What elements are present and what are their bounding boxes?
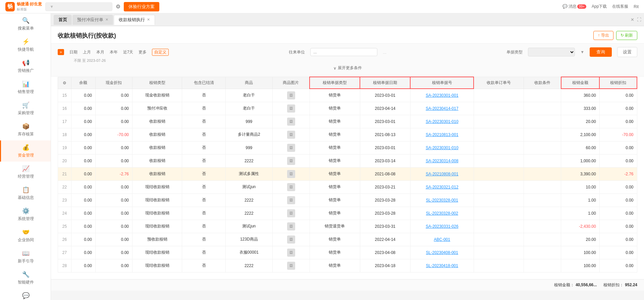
sidebar-item-label: 快捷导航 xyxy=(18,47,34,52)
cell-verify-bill-no[interactable]: SL-20230408-001 xyxy=(410,246,474,259)
tab-verify[interactable]: 收款核销执行 ✕ xyxy=(114,15,155,25)
cell-product-image: 🖼 xyxy=(272,233,310,246)
data-table: ⚙ 余额 现金折扣 核销类型 包含已结清 商品 商品图片 核销单据类型 核销单据… xyxy=(58,77,637,272)
cell-receipt-condition xyxy=(524,207,561,220)
sidebar-item-enterprise[interactable]: 🤝 企业协同 xyxy=(0,225,51,246)
tab-close-all-icon[interactable]: ✕ xyxy=(631,17,634,22)
cell-verify-bill-no[interactable]: SA-20230314-008 xyxy=(410,154,474,167)
sidebar-item-sales[interactable]: 📊 销售管理 xyxy=(0,77,51,98)
cell-receipt-order xyxy=(474,220,524,233)
cell-verify-bill-no[interactable]: SL-20230328-002 xyxy=(410,207,474,220)
cell-verify-bill-type: 销货单 xyxy=(310,246,360,259)
col-settings[interactable]: ⚙ xyxy=(58,77,71,89)
date-this-year[interactable]: 本年 xyxy=(110,49,118,55)
cell-no: 19 xyxy=(58,141,71,154)
sidebar-item-hardware[interactable]: 🔧 智能硬件 xyxy=(0,267,51,289)
cell-verify-bill-no[interactable]: SA-20230301-010 xyxy=(410,115,474,128)
cell-verify-amount: 100.00 xyxy=(561,259,600,272)
cell-verify-amount: 1,000.00 xyxy=(561,154,600,167)
footer-verify-amount: 核销金额： 40,556,66... xyxy=(554,282,597,288)
cell-verify-bill-date: 2023-03-28 xyxy=(360,207,410,220)
tab-maximize-icon[interactable]: ⛶ xyxy=(637,17,641,22)
expand-arrow[interactable]: » xyxy=(58,49,64,55)
table-row: 21 0.00 -2.76 收款核销 否 测试多属性 🖼 销货单 2021-08… xyxy=(58,167,637,180)
cell-verify-bill-no[interactable]: SA-20230331-026 xyxy=(410,220,474,233)
sidebar-item-guide[interactable]: 📖 新手引导 xyxy=(0,246,51,267)
cell-verify-bill-no[interactable]: SA-20210808-001 xyxy=(410,167,474,180)
cell-include-settled: 否 xyxy=(182,207,225,220)
tab-home[interactable]: 首页 xyxy=(54,15,72,25)
filter-row-1: » 日期 上月 本月 本年 近7天 更多 自定义 往来单位 ... 单据类型 xyxy=(58,47,637,57)
table-header: ⚙ 余额 现金折扣 核销类型 包含已结清 商品 商品图片 核销单据类型 核销单据… xyxy=(58,77,637,89)
expand-more-button[interactable]: ∨ 展开更多条件 xyxy=(333,65,362,71)
online-service[interactable]: 在线客服 xyxy=(612,4,628,9)
col-cash-discount: 现金折扣 xyxy=(95,77,132,89)
sidebar-item-purchase[interactable]: 🛒 采购管理 xyxy=(0,98,51,119)
date-last-month[interactable]: 上月 xyxy=(83,49,91,55)
cell-verify-bill-no[interactable]: SL-20230328-001 xyxy=(410,194,474,207)
sidebar-item-finance[interactable]: 💰 资金管理 xyxy=(0,140,51,162)
sidebar-item-inventory[interactable]: 📦 库存核算 xyxy=(0,119,51,140)
cell-receipt-condition xyxy=(524,259,561,272)
cell-verify-type: 收款核销 xyxy=(132,115,182,128)
cell-receipt-order xyxy=(474,128,524,141)
tab-prepayment-close[interactable]: ✕ xyxy=(105,17,108,22)
cell-verify-bill-no[interactable]: SA-20210813-001 xyxy=(410,128,474,141)
cell-verify-bill-no[interactable]: ABC-001 xyxy=(410,233,474,246)
sidebar-item-marketing[interactable]: 📢 营销推广 xyxy=(0,56,51,77)
cell-product-image: 🖼 xyxy=(272,246,310,259)
sidebar-item-quick-nav[interactable]: ⚡ 快捷导航 xyxy=(0,35,51,56)
app-download[interactable]: App下载 xyxy=(592,4,607,9)
export-button[interactable]: ↑ 导出 xyxy=(593,31,613,40)
tab-verify-close[interactable]: ✕ xyxy=(147,17,150,22)
cell-verify-bill-no[interactable]: SL-20230418-001 xyxy=(410,259,474,272)
partner-input[interactable] xyxy=(310,48,377,56)
cell-receipt-order xyxy=(474,259,524,272)
refresh-button[interactable]: ↻ 刷新 xyxy=(616,31,637,40)
cell-verify-type: 现结收款核销 xyxy=(132,207,182,220)
col-verify-discount: 核销折扣 xyxy=(599,77,637,89)
query-button[interactable]: 查询 xyxy=(590,47,612,57)
cell-verify-type: 现金收款核销 xyxy=(132,89,182,102)
cell-verify-bill-no[interactable]: SA-20230321-012 xyxy=(410,180,474,194)
date-this-month[interactable]: 本月 xyxy=(96,49,104,55)
cell-verify-bill-no[interactable]: SA-20230414-017 xyxy=(410,102,474,115)
settings-icon[interactable]: ⚙ xyxy=(116,3,120,10)
date-7days[interactable]: 近7天 xyxy=(123,49,133,55)
cell-verify-discount: 0.00 xyxy=(599,207,637,220)
finance-icon: 💰 xyxy=(22,144,30,151)
sidebar-item-wechat[interactable]: 💬 企业微信 xyxy=(0,289,51,300)
system-icon: ⚙️ xyxy=(22,207,30,215)
date-custom[interactable]: 自定义 xyxy=(152,49,169,56)
cell-verify-bill-no[interactable]: SA-20230301-010 xyxy=(410,141,474,154)
cell-no: 26 xyxy=(58,233,71,246)
cell-product: 999 xyxy=(225,141,272,154)
sidebar-item-operations[interactable]: 📈 经营管理 xyxy=(0,162,51,183)
header-row: ⚙ 余额 现金折扣 核销类型 包含已结清 商品 商品图片 核销单据类型 核销单据… xyxy=(58,77,637,89)
sidebar-item-label: 采购管理 xyxy=(18,110,34,116)
tab-prepayment[interactable]: 预付冲应付单 ✕ xyxy=(72,15,113,25)
cell-include-settled: 否 xyxy=(182,259,225,272)
sidebar-item-basic-info[interactable]: 📋 基础信息 xyxy=(0,183,51,204)
cell-product-image: 🖼 xyxy=(272,154,310,167)
setting-button[interactable]: 设置 xyxy=(617,47,637,57)
sidebar-item-label: 新手引导 xyxy=(18,258,34,264)
cell-cash-discount: -2.76 xyxy=(95,167,132,180)
bill-type-select[interactable] xyxy=(528,48,575,56)
cell-product: 老白干 xyxy=(225,89,272,102)
cell-cash-discount: 0.00 xyxy=(95,259,132,272)
cell-receipt-order xyxy=(474,246,524,259)
cell-receipt-condition xyxy=(524,180,561,194)
date-more[interactable]: 更多 xyxy=(139,49,147,55)
table-row: 17 0.00 0.00 收款核销 否 999 🖼 销货单 2023-03-01… xyxy=(58,115,637,128)
top-bar-left: 畅 畅捷通·好生意 标准版 ▼ ⚙ 休验行业方案 xyxy=(5,1,558,12)
sidebar-item-system[interactable]: ⚙️ 系统管理 xyxy=(0,204,51,225)
tab-verify-label: 收款核销执行 xyxy=(119,17,145,23)
sidebar-item-search[interactable]: 🔍 搜索菜单 xyxy=(0,13,51,35)
solution-button[interactable]: 休验行业方案 xyxy=(124,2,159,11)
notification[interactable]: 💬 消息99+ xyxy=(562,4,586,9)
cell-verify-bill-date: 2023-04-14 xyxy=(360,102,410,115)
cell-verify-bill-no[interactable]: SA-20230301-001 xyxy=(410,89,474,102)
cell-balance: 0.00 xyxy=(71,102,96,115)
cell-cash-discount: 0.00 xyxy=(95,89,132,102)
